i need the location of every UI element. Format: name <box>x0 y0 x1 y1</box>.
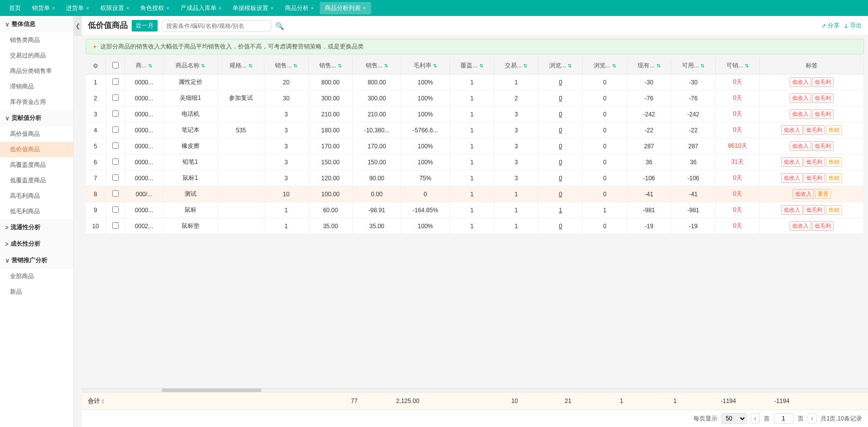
sidebar-item-滞销商品[interactable]: 滞销商品 <box>0 79 73 94</box>
sidebar-collapse-btn[interactable]: ❮ <box>74 16 82 36</box>
date-filter-btn[interactable]: 近一月 <box>132 20 158 31</box>
nav-item-产成品入库单[interactable]: 产成品入库单× <box>176 2 226 14</box>
nav-item-首页[interactable]: 首页 <box>4 2 26 14</box>
row-checkbox[interactable] <box>105 106 125 122</box>
nav-close-icon[interactable]: × <box>86 5 89 11</box>
row-sale1: 10 <box>264 186 308 202</box>
th-coverage: 覆盖... ⇅ <box>450 57 494 74</box>
row-checkbox-input[interactable] <box>112 126 119 133</box>
row-browse1[interactable]: 0 <box>538 138 583 154</box>
row-checkbox[interactable] <box>105 90 125 106</box>
page-number-input[interactable] <box>774 414 794 424</box>
row-checkbox[interactable] <box>105 218 125 234</box>
browse1-link[interactable]: 0 <box>559 111 562 118</box>
search-input[interactable] <box>162 20 271 31</box>
browse1-link[interactable]: 0 <box>559 223 562 230</box>
sidebar-item-新品[interactable]: 新品 <box>0 284 73 300</box>
nav-item-商品分析列表[interactable]: 商品分析列表× <box>320 2 371 14</box>
browse1-link[interactable]: 0 <box>559 127 562 134</box>
sidebar-item-低覆盖度商品[interactable]: 低覆盖度商品 <box>0 173 73 188</box>
row-checkbox[interactable] <box>105 154 125 170</box>
row-checkbox[interactable] <box>105 74 125 90</box>
share-btn[interactable]: ↗ 分享 <box>821 21 840 30</box>
row-browse1[interactable]: 0 <box>538 90 583 106</box>
sidebar-item-低毛利商品[interactable]: 低毛利商品 <box>0 204 73 219</box>
tag-低毛利: 低毛利 <box>812 77 834 87</box>
sidebar-item-低价值商品[interactable]: 低价值商品 <box>0 142 73 157</box>
per-page-select[interactable]: 50 100 <box>721 413 747 424</box>
row-code: 0000... <box>125 90 163 106</box>
nav-close-icon[interactable]: × <box>166 5 169 11</box>
sidebar-item-销售类商品[interactable]: 销售类商品 <box>0 32 73 48</box>
nav-close-icon[interactable]: × <box>52 5 55 11</box>
row-days: 0天 <box>715 202 760 218</box>
row-browse1[interactable]: 1 <box>538 202 583 218</box>
tag-低收入: 低收入 <box>781 173 803 183</box>
nav-close-icon[interactable]: × <box>311 5 314 11</box>
browse1-link[interactable]: 0 <box>559 175 562 182</box>
row-name: 测试 <box>163 186 217 202</box>
nav-item-单据模板设置[interactable]: 单据模板设置× <box>227 2 278 14</box>
next-page-btn[interactable]: › <box>808 414 817 424</box>
sidebar-item-高价值商品[interactable]: 高价值商品 <box>0 126 73 142</box>
row-browse1[interactable]: 0 <box>538 154 583 170</box>
row-browse1[interactable]: 0 <box>538 170 583 186</box>
sidebar-item-高毛利商品[interactable]: 高毛利商品 <box>0 188 73 204</box>
nav-item-权限设置[interactable]: 权限设置× <box>95 2 134 14</box>
th-checkbox[interactable] <box>105 57 125 74</box>
row-browse1[interactable]: 0 <box>538 106 583 122</box>
row-checkbox-input[interactable] <box>112 206 119 213</box>
row-checkbox-input[interactable] <box>112 190 119 197</box>
nav-item-销货单[interactable]: 销货单× <box>27 2 60 14</box>
nav-item-进货单[interactable]: 进货单× <box>61 2 94 14</box>
th-settings[interactable]: ⚙ <box>86 57 105 74</box>
row-checkbox-input[interactable] <box>112 78 119 85</box>
row-browse1[interactable]: 0 <box>538 74 583 90</box>
nav-item-商品分析[interactable]: 商品分析× <box>280 2 319 14</box>
row-checkbox-input[interactable] <box>112 158 119 165</box>
first-page-btn[interactable]: ‹ <box>751 414 760 424</box>
row-checkbox[interactable] <box>105 170 125 186</box>
sidebar-group-流通性分析[interactable]: >流通性分析 <box>0 219 73 236</box>
sidebar-item-交易过的商品[interactable]: 交易过的商品 <box>0 48 73 63</box>
sidebar-item-全部商品[interactable]: 全部商品 <box>0 269 73 284</box>
nav-close-icon[interactable]: × <box>126 5 129 11</box>
search-icon[interactable]: 🔍 <box>275 22 284 30</box>
data-table: ⚙ 商... ⇅ 商品名称 ⇅ 规格... ⇅ 销售... ⇅ 销售... ⇅ … <box>86 57 864 234</box>
row-checkbox-input[interactable] <box>112 94 119 101</box>
row-browse1[interactable]: 0 <box>538 186 583 202</box>
sidebar-group-营销推广分析[interactable]: ∨营销推广分析 <box>0 252 73 269</box>
row-checkbox-input[interactable] <box>112 174 119 181</box>
row-browse1[interactable]: 0 <box>538 218 583 234</box>
select-all-checkbox[interactable] <box>112 62 119 68</box>
export-btn[interactable]: ⤓ 导出 <box>844 21 862 30</box>
horizontal-scrollbar[interactable] <box>82 388 868 392</box>
nav-close-icon[interactable]: × <box>363 5 366 11</box>
row-checkbox[interactable] <box>105 202 125 218</box>
sidebar-item-高覆盖度商品[interactable]: 高覆盖度商品 <box>0 157 73 173</box>
browse1-link[interactable]: 0 <box>559 159 562 166</box>
row-checkbox-input[interactable] <box>112 222 119 229</box>
nav-close-icon[interactable]: × <box>218 5 221 11</box>
settings-icon[interactable]: ⚙ <box>93 62 98 69</box>
row-checkbox[interactable] <box>105 186 125 202</box>
row-checkbox[interactable] <box>105 138 125 154</box>
sidebar-group-成长性分析[interactable]: >成长性分析 <box>0 236 73 252</box>
sidebar-group-贡献值分析[interactable]: ∨贡献值分析 <box>0 110 73 126</box>
row-num: 10 <box>86 218 105 234</box>
browse1-link[interactable]: 1 <box>559 207 562 214</box>
nav-item-角色授权[interactable]: 角色授权× <box>135 2 174 14</box>
nav-close-icon[interactable]: × <box>270 5 273 11</box>
row-tags: 低收入低毛利热销 <box>760 154 864 170</box>
browse1-link[interactable]: 0 <box>559 191 562 198</box>
browse1-link[interactable]: 0 <box>559 95 562 102</box>
row-checkbox[interactable] <box>105 122 125 138</box>
browse1-link[interactable]: 0 <box>559 143 562 150</box>
row-checkbox-input[interactable] <box>112 110 119 117</box>
row-checkbox-input[interactable] <box>112 142 119 149</box>
sidebar-item-商品分类销售率[interactable]: 商品分类销售率 <box>0 63 73 79</box>
sidebar-item-库存资金占用[interactable]: 库存资金占用 <box>0 94 73 110</box>
browse1-link[interactable]: 0 <box>559 79 562 86</box>
row-browse1[interactable]: 0 <box>538 122 583 138</box>
sidebar-group-整体信息[interactable]: ∨整体信息 <box>0 16 73 32</box>
